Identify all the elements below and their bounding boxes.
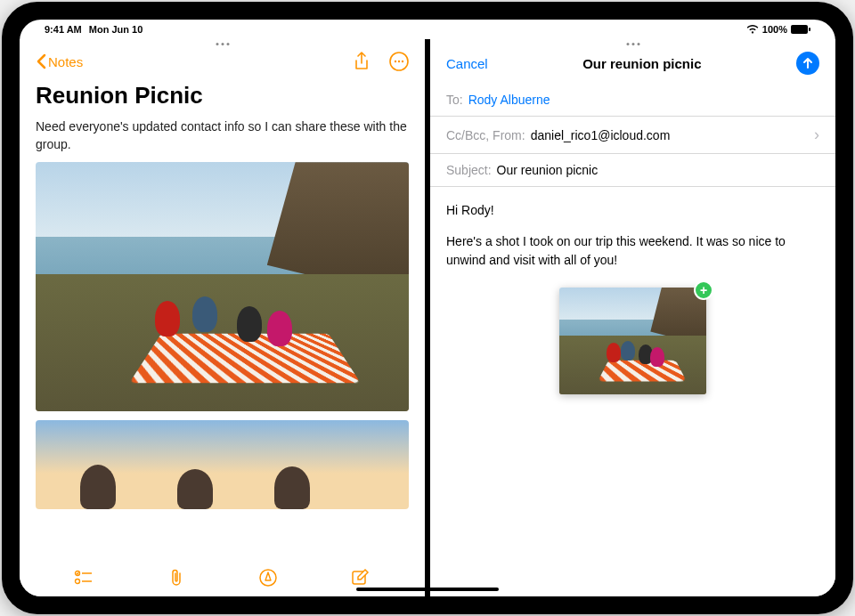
status-time: 9:41 AM: [45, 24, 82, 35]
subject-field[interactable]: Subject: Our reunion picnic: [430, 154, 835, 187]
checklist-button[interactable]: [73, 567, 94, 588]
markup-button[interactable]: [257, 567, 279, 588]
svg-rect-0: [791, 25, 808, 34]
svg-point-4: [398, 61, 400, 62]
ccbcc-label: Cc/Bcc, From:: [446, 128, 525, 142]
mail-greeting: Hi Rody!: [446, 201, 819, 220]
dragged-photo[interactable]: +: [559, 288, 706, 394]
subject-value: Our reunion picnic: [497, 163, 598, 177]
notes-app: Notes Reunion Picnic Need everyone's upd…: [20, 39, 425, 596]
to-recipient: Rody Albuerne: [468, 93, 550, 107]
multitask-control-right[interactable]: [626, 43, 639, 45]
share-button[interactable]: [352, 52, 371, 71]
more-button[interactable]: [389, 52, 409, 71]
mail-body[interactable]: Hi Rody! Here's a shot I took on our tri…: [430, 187, 835, 596]
note-photo-1[interactable]: [36, 162, 409, 411]
multitask-control-left[interactable]: [216, 43, 229, 45]
note-photo-2[interactable]: [36, 420, 409, 509]
svg-rect-1: [809, 28, 810, 31]
note-title: Reunion Picnic: [36, 82, 409, 109]
cancel-button[interactable]: Cancel: [446, 56, 488, 71]
wifi-icon: [746, 25, 759, 34]
add-badge-icon: +: [694, 280, 713, 300]
attachment-button[interactable]: [166, 567, 187, 588]
mail-app: Cancel Our reunion picnic To: Rody Albue…: [430, 39, 835, 596]
note-content[interactable]: Reunion Picnic Need everyone's updated c…: [20, 77, 425, 557]
ccbcc-field[interactable]: Cc/Bcc, From: daniel_rico1@icloud.com ›: [430, 117, 835, 154]
send-button[interactable]: [796, 52, 819, 75]
note-body-text: Need everyone's updated contact info so …: [36, 118, 409, 153]
status-date: Mon Jun 10: [89, 24, 143, 35]
from-value: daniel_rico1@icloud.com: [531, 128, 671, 142]
subject-label: Subject:: [446, 163, 492, 177]
add-contact-icon[interactable]: ›: [814, 126, 819, 144]
home-indicator[interactable]: [356, 588, 499, 591]
screen: 9:41 AM Mon Jun 10 100%: [20, 20, 835, 596]
battery-icon: [791, 25, 810, 34]
ipad-frame: 9:41 AM Mon Jun 10 100%: [2, 2, 853, 614]
status-bar: 9:41 AM Mon Jun 10 100%: [20, 20, 835, 39]
back-button[interactable]: Notes: [36, 53, 83, 69]
chevron-left-icon: [36, 53, 46, 69]
svg-point-3: [395, 61, 396, 62]
to-label: To:: [446, 93, 463, 107]
svg-point-8: [75, 579, 79, 583]
compose-button[interactable]: [350, 567, 371, 588]
mail-title: Our reunion picnic: [582, 56, 701, 71]
svg-point-5: [402, 61, 403, 62]
to-field[interactable]: To: Rody Albuerne: [430, 84, 835, 117]
mail-body-text: Here's a shot I took on our trip this we…: [446, 232, 819, 270]
battery-percent: 100%: [762, 24, 787, 35]
back-label: Notes: [48, 54, 83, 69]
mail-header: Cancel Our reunion picnic: [430, 39, 835, 84]
split-view: Notes Reunion Picnic Need everyone's upd…: [20, 39, 835, 596]
